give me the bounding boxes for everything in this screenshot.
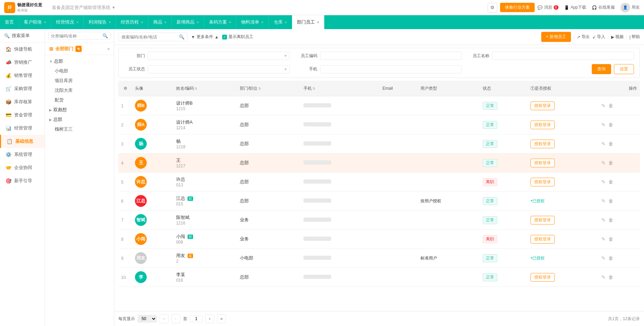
- delete-icon[interactable]: 🗑: [608, 179, 613, 185]
- delete-icon[interactable]: 🗑: [608, 274, 613, 280]
- dept-collapse-btn[interactable]: «: [107, 46, 110, 51]
- tab-close-icon[interactable]: ×: [261, 20, 263, 24]
- sidebar-item-guide[interactable]: 🎯 新手引导: [0, 174, 45, 187]
- nav-tab-经营情况[interactable]: 经营情况×: [51, 15, 83, 29]
- delete-icon[interactable]: 🗑: [608, 255, 613, 261]
- export-button[interactable]: ↗ 导出: [577, 34, 590, 40]
- delete-icon[interactable]: 🗑: [608, 198, 613, 204]
- auth-login-button[interactable]: 授权登录: [530, 140, 555, 148]
- dept-search-box[interactable]: 🔍: [48, 32, 110, 40]
- message-button[interactable]: 💬 消息 6: [537, 5, 559, 10]
- auth-login-button[interactable]: 授权登录: [530, 273, 555, 282]
- query-button[interactable]: 查询: [592, 64, 611, 74]
- nav-tab-客户联络[interactable]: 客户联络×: [19, 15, 51, 29]
- phone-input[interactable]: [320, 65, 462, 73]
- search-box[interactable]: 🔍: [118, 33, 188, 41]
- dept-select[interactable]: ▾: [148, 52, 290, 60]
- nav-tab-仓库[interactable]: 仓库×: [269, 15, 292, 29]
- sidebar-item-sales[interactable]: 💰 销售管理: [0, 69, 45, 82]
- delete-icon[interactable]: 🗑: [608, 236, 613, 242]
- sidebar-item-basic[interactable]: 📋 基础信息: [0, 135, 45, 148]
- sidebar-item-purchase[interactable]: 🛒 采购管理: [0, 82, 45, 95]
- sort-dept-icon[interactable]: ⇅: [258, 87, 261, 90]
- dept-group-shuangbiao[interactable]: ▶ 双彪想: [45, 105, 114, 115]
- dept-child-peihuo[interactable]: 配货: [45, 95, 114, 105]
- nav-tab-利润报告[interactable]: 利润报告×: [84, 15, 116, 29]
- delete-icon[interactable]: 🗑: [608, 217, 613, 223]
- more-filter-btn[interactable]: ▼ 更多条件 ▲: [191, 34, 219, 40]
- search-menu-item[interactable]: 🔍 搜索菜单: [0, 29, 45, 43]
- nav-tab-商品[interactable]: 商品×: [148, 15, 172, 29]
- auth-login-button[interactable]: 授权登录: [530, 235, 555, 244]
- tab-close-icon[interactable]: ×: [285, 20, 287, 24]
- tab-close-icon[interactable]: ×: [109, 20, 111, 24]
- tab-close-icon[interactable]: ×: [317, 20, 319, 24]
- show-resigned-toggle[interactable]: ✓ 显示离职员工: [222, 34, 253, 40]
- delete-icon[interactable]: 🗑: [608, 141, 613, 147]
- edit-icon[interactable]: ✎: [601, 122, 606, 127]
- auth-login-button[interactable]: 授权登录: [530, 178, 555, 186]
- col-settings-btn[interactable]: ⚙: [121, 84, 129, 92]
- edit-icon[interactable]: ✎: [601, 141, 606, 147]
- prev-page-btn[interactable]: ‹: [171, 314, 180, 323]
- dept-child-xiaodiande[interactable]: 小电部: [45, 66, 114, 76]
- view-button[interactable]: ▶ 视频: [611, 34, 624, 40]
- nav-tab-条码方案[interactable]: 条码方案×: [204, 15, 236, 29]
- auth-login-button[interactable]: 授权登录: [530, 102, 555, 110]
- online-service-button[interactable]: 🎧 在线客服: [592, 5, 615, 10]
- set-button[interactable]: 设置: [614, 64, 634, 74]
- sort-phone-icon[interactable]: ⇅: [312, 87, 315, 90]
- dept-child-project[interactable]: 项目库房: [45, 76, 114, 86]
- edit-icon[interactable]: ✎: [601, 179, 606, 185]
- trial-button[interactable]: 体验行业方案: [500, 3, 535, 12]
- page-number-input[interactable]: [190, 315, 202, 322]
- dept-search-input[interactable]: [51, 34, 101, 38]
- tab-close-icon[interactable]: ×: [44, 20, 46, 24]
- sidebar-item-finance[interactable]: 💳 资金管理: [0, 108, 45, 122]
- import-button[interactable]: ↙ 导入: [592, 34, 605, 40]
- auth-login-button[interactable]: 授权登录: [530, 159, 555, 167]
- delete-icon[interactable]: 🗑: [608, 103, 613, 108]
- help-button[interactable]: | 帮助: [629, 34, 640, 40]
- tab-close-icon[interactable]: ×: [229, 20, 231, 24]
- sidebar-item-system[interactable]: ⚙️ 系统管理: [0, 148, 45, 161]
- page-size-select[interactable]: 50 20 100: [138, 315, 157, 323]
- sidebar-item-inventory[interactable]: 📦 库存核算: [0, 95, 45, 108]
- nav-tab-新增商品[interactable]: 新增商品×: [172, 15, 204, 29]
- dept-child-huaishu[interactable]: 槐树王三: [45, 124, 114, 134]
- auth-login-button[interactable]: 授权登录: [530, 216, 555, 224]
- employee-search-input[interactable]: [121, 35, 178, 39]
- edit-icon[interactable]: ✎: [601, 274, 606, 280]
- add-employee-button[interactable]: + 新增员工: [541, 32, 571, 42]
- dept-edit-icon[interactable]: ✎: [75, 46, 82, 52]
- dept-all-item[interactable]: ⊞ 全部部门 ✎ «: [45, 43, 114, 55]
- app-download-button[interactable]: 📱 App下载: [564, 5, 586, 10]
- edit-icon[interactable]: ✎: [601, 236, 606, 242]
- nav-tab-首页[interactable]: 首页: [0, 15, 19, 29]
- tab-close-icon[interactable]: ×: [76, 20, 78, 24]
- user-menu[interactable]: 👤 用友: [620, 3, 640, 12]
- settings-gear-button[interactable]: ⚙: [488, 3, 497, 12]
- dept-group-headquarter[interactable]: ▼ 总部: [45, 56, 114, 66]
- delete-icon[interactable]: 🗑: [608, 160, 613, 166]
- auth-login-button[interactable]: 授权登录: [530, 121, 555, 129]
- status-select[interactable]: ▾: [148, 65, 290, 73]
- empname-input[interactable]: [492, 52, 634, 60]
- edit-icon[interactable]: ✎: [601, 255, 606, 261]
- tab-close-icon[interactable]: ×: [197, 20, 199, 24]
- dept-child-shenyang[interactable]: 沈阳大库: [45, 86, 114, 95]
- first-page-btn[interactable]: «: [160, 314, 169, 323]
- nav-tab-部门员工[interactable]: 部门员工×: [292, 15, 324, 29]
- tab-close-icon[interactable]: ×: [141, 20, 143, 24]
- edit-icon[interactable]: ✎: [601, 160, 606, 166]
- edit-icon[interactable]: ✎: [601, 217, 606, 223]
- nav-tab-物料清单[interactable]: 物料清单×: [236, 15, 269, 29]
- edit-icon[interactable]: ✎: [601, 198, 606, 204]
- dept-group-zongbu[interactable]: ▶ 总部: [45, 115, 114, 124]
- sidebar-item-operation[interactable]: 📊 经营管理: [0, 122, 45, 135]
- sidebar-item-quicknav[interactable]: 🏠 快捷导航: [0, 43, 45, 56]
- sidebar-item-marketing[interactable]: 📣 营销推广: [0, 56, 45, 69]
- tab-close-icon[interactable]: ×: [164, 20, 166, 24]
- sidebar-item-collab[interactable]: 🤝 企业协同: [0, 161, 45, 174]
- empcode-input[interactable]: [320, 52, 462, 60]
